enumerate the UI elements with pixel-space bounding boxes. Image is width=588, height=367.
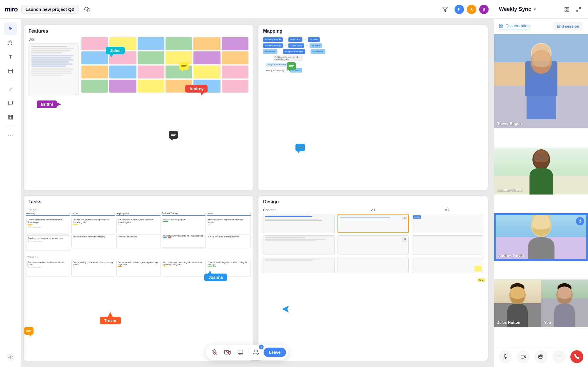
session-dropdown-icon[interactable]: ▾ [534,6,536,12]
kanban-card[interactable]: Download required app update for the And… [26,217,70,234]
canvas[interactable]: T ··· ◁◁ [0,19,494,367]
kanban-card[interactable]: Sign in to Link account on your net app … [26,235,70,251]
kanban-card[interactable]: Hide transaction history from Financial … [207,217,251,233]
chat-bubble-yellow-1[interactable] [179,62,189,70]
layout-button[interactable] [562,5,572,14]
kanban-card[interactable]: Life Sav/Pato outflow/outflow based on f… [116,217,161,233]
tools-sidebar: T ··· ◁◁ [0,19,21,367]
joanna-cursor-area [282,306,289,314]
camera-toggle-button[interactable] [221,346,234,359]
kanban-col-b-todo: Corresponding predictions for the upcomi… [71,260,116,298]
project-title[interactable]: Launch new project Q2 [21,5,78,14]
kanban-card[interactable]: Change and update account payable on fin… [71,217,116,233]
kanban-card[interactable]: Corresponding predictions for the upcomi… [71,260,116,277]
panel-end-call-button[interactable] [570,350,583,363]
sticky-note[interactable] [138,51,164,64]
sticky-note[interactable] [81,37,108,50]
chat-bubble-dark[interactable] [169,131,178,139]
sticky-note[interactable] [138,80,164,93]
sticky-note[interactable] [193,51,220,64]
chat-bubble-green[interactable] [287,62,296,70]
sticky-note[interactable] [222,66,248,78]
filter-button[interactable] [440,4,450,15]
design-frame-v2-1[interactable]: action [412,214,483,233]
svg-rect-14 [565,7,566,9]
avatar-user3[interactable]: B [479,4,489,15]
kanban-card[interactable]: Overhaul all ops app [116,234,161,248]
upload-button[interactable] [82,4,93,15]
panel-mic-button[interactable] [499,350,512,363]
sticky-note[interactable] [109,66,136,78]
sticky-note[interactable] [222,37,248,50]
panel-hand-button[interactable] [534,350,547,363]
design-frame-v2-2[interactable] [412,235,483,254]
kanban-col-review: Review / Testing 2 1st shift transfer pr… [162,212,206,253]
panel-controls: ⋯ [494,346,588,367]
flow-node: off-team [308,37,320,42]
svg-rect-40 [521,355,524,358]
svg-line-19 [577,10,578,11]
end-session-button[interactable]: End session [552,22,583,31]
design-title: Design [258,196,488,207]
chat-bubble-blue[interactable] [295,144,305,151]
main-canvas-area: miro Launch new project Q2 F A B T [0,0,494,367]
design-frame-v1-2[interactable]: ⊞ [338,235,409,254]
sticky-note[interactable] [193,66,220,78]
sticky-tool[interactable] [4,65,17,78]
kanban-card[interactable]: Get customized marketing offers based on… [162,260,206,277]
cursor-tool[interactable] [4,22,17,35]
line-tool[interactable] [4,83,17,95]
kanban-card[interactable]: See transaction history by category [71,234,116,248]
collaboration-tab[interactable]: Collaboration [499,24,530,29]
hand-tool[interactable] [4,36,17,49]
participant-name-trever: Trever Rogers [497,121,523,126]
sticky-note[interactable] [222,80,248,93]
design-frame-v2-3[interactable] [412,257,483,273]
design-frame-content-1[interactable] [263,214,335,233]
design-frame-content-2[interactable] [263,235,335,254]
mapping-section: Mapping Primary module → SpecTech → off-… [258,25,488,191]
sticky-note[interactable] [222,51,248,64]
sticky-note[interactable] [109,80,136,93]
kanban-card[interactable]: Set up incoming utilities payments [207,234,251,248]
sticky-note[interactable] [138,66,164,78]
panel-camera-button[interactable] [517,350,530,363]
mic-toggle-button[interactable] [208,346,221,359]
sticky-note[interactable] [81,66,108,78]
kanban-board: Team A ··· Backlog 2 Download required a… [24,207,253,358]
sticky-note[interactable] [138,37,164,50]
avatar-user2[interactable]: A [466,4,477,15]
share-screen-button[interactable] [234,346,247,359]
design-frame-content-3[interactable] [263,257,335,273]
kanban-col-done: Done 3 Hide transaction history from Fin… [207,212,251,253]
sticky-note[interactable] [166,37,192,50]
panel-more-button[interactable]: ⋯ [552,350,565,363]
text-tool[interactable]: T [4,51,17,63]
kanban-card[interactable]: 1st shift transfer program [162,217,206,232]
comment-tool[interactable] [4,97,17,110]
mic-active-indicator [576,217,584,225]
tool-divider [6,80,15,80]
svg-rect-15 [567,7,569,9]
more-tools[interactable]: ··· [4,129,17,142]
design-content: Content v.1 v.2 [258,207,488,358]
frame-tool[interactable] [4,111,17,124]
chat-bubble-orange[interactable] [24,327,34,335]
sticky-note[interactable] [193,37,220,50]
brittni-cursor: Brittni [37,100,57,108]
kanban-card[interactable]: Track bank authorized unit assists to th… [26,260,70,277]
avatar-user1[interactable]: F [454,4,465,15]
col-header-done: Done 3 [207,212,251,216]
sticky-note[interactable] [81,80,108,93]
collapse-sidebar[interactable]: ◁◁ [6,353,15,361]
design-frame-v1-1[interactable]: ⊞ [338,214,409,233]
doc-label: Doc [29,37,78,41]
kanban-card[interactable]: Set up reminders about upcoming order lo… [116,260,161,277]
design-frame-v1-3[interactable]: Note [338,257,409,273]
kanban-card[interactable]: Tuesday survey behavior on Financial goa… [162,233,206,248]
participants-button[interactable]: 5 [250,346,263,359]
sticky-note[interactable] [81,51,108,64]
team-a-label: Team A ··· [26,208,251,211]
expand-button[interactable] [574,5,583,14]
leave-session-button[interactable]: Leave [264,348,286,357]
